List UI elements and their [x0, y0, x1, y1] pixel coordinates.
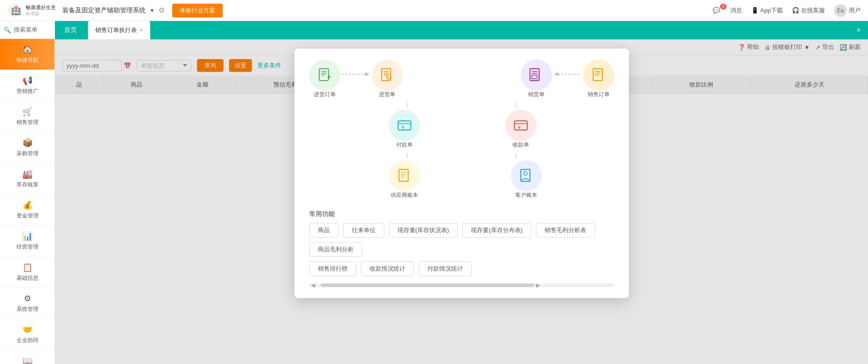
common-btn-stock-status[interactable]: 现存量(库存状况表): [389, 223, 458, 238]
svg-rect-27: [514, 121, 527, 130]
sidebar-item-finance[interactable]: 💰 资金管理: [0, 195, 55, 226]
scrollbar-thumb[interactable]: [321, 283, 534, 287]
online-service-item[interactable]: 🎧 在线客服: [792, 6, 825, 15]
common-btn-goods-profit[interactable]: 商品毛利分析: [309, 242, 362, 257]
svg-rect-24: [398, 121, 411, 130]
message-icon: 💬: [713, 7, 720, 14]
tab-close-btn[interactable]: ×: [140, 27, 143, 33]
top-bar: 🏥 畅康通好生意 标准版 装备及固定资产辅助管理系统 ▼ ⚙ 体验行业方案 💬 …: [0, 0, 868, 21]
sidebar-item-base-info[interactable]: 📋 基础信息: [0, 257, 55, 288]
supplier-account-label: 供应商账本: [391, 191, 418, 199]
common-btn-partner[interactable]: 往来单位: [343, 223, 384, 238]
sidebar-item-label: 库存核算: [16, 181, 38, 189]
settings-btn[interactable]: ⚙: [158, 6, 165, 15]
svg-point-36: [524, 172, 527, 175]
user-label: 用户: [849, 6, 861, 15]
online-service-label: 在线客服: [801, 6, 825, 15]
modal-scrollbar: ◀ ▶: [309, 283, 614, 287]
down-arrow-receipt-icon: ↓: [514, 150, 518, 159]
customer-account-label: 客户账本: [515, 191, 537, 199]
tab-home[interactable]: 首页: [55, 21, 86, 39]
common-btn-receipt-stat[interactable]: 收款情况统计: [361, 261, 414, 276]
modal-overlay[interactable]: 进货订单: [55, 39, 868, 364]
service-icon: 🎧: [792, 7, 799, 14]
down-arrow-sales: ↓: [514, 98, 518, 110]
app-logo-icon: 🏥: [7, 3, 22, 18]
purchase-order-circle: [309, 60, 340, 91]
down-arrow-purchase-icon: ↓: [405, 99, 409, 109]
message-badge: 5: [720, 4, 726, 10]
system-dropdown-btn[interactable]: ▼: [149, 7, 155, 14]
receipt-bill-circle: ¥: [505, 110, 536, 141]
scroll-left-btn[interactable]: ◀: [309, 282, 317, 288]
search-label: 搜索菜单: [14, 26, 38, 34]
sidebar: 🔍 搜索菜单 🏠 快捷导航 📢 营销推广 🛒 销售管理 📦 采购管理 🏭 库存核…: [0, 21, 55, 364]
svg-text:¥: ¥: [387, 76, 390, 80]
flow-row-top-right: 销货单: [521, 60, 614, 98]
sidebar-item-label: 基础信息: [16, 274, 38, 282]
app-download-item[interactable]: 📱 App下载: [751, 6, 783, 15]
newbie-icon: 📖: [22, 356, 33, 364]
sidebar-item-inventory[interactable]: 🏭 库存核算: [0, 163, 55, 195]
common-btn-sales-profit[interactable]: 销售毛利分析表: [536, 223, 595, 238]
sidebar-item-label: 系统管理: [16, 305, 38, 313]
scroll-right-btn[interactable]: ▶: [534, 282, 542, 288]
sales-order-label: 销售订单: [588, 91, 610, 98]
sidebar-item-label: 企业协同: [16, 337, 38, 344]
base-info-icon: 📋: [22, 262, 33, 272]
common-buttons-container: 商品 往来单位 现存量(库存状况表) 现存量(库存分布表) 销售毛利分析表 商品…: [309, 223, 614, 257]
sidebar-item-newbie[interactable]: 📖 新手引导: [0, 350, 55, 364]
sidebar-item-enterprise[interactable]: 🤝 企业协同: [0, 319, 55, 350]
main-layout: 🔍 搜索菜单 🏠 快捷导航 📢 营销推广 🛒 销售管理 📦 采购管理 🏭 库存核…: [0, 21, 868, 364]
sidebar-search[interactable]: 🔍 搜索菜单: [0, 21, 55, 39]
svg-marker-7: [365, 72, 370, 76]
flow-node-supplier-account: 供应商账本: [389, 160, 420, 199]
sidebar-item-quick-nav[interactable]: 🏠 快捷导航: [0, 39, 55, 70]
sidebar-item-sales[interactable]: 🛒 销售管理: [0, 101, 55, 132]
svg-marker-19: [554, 72, 558, 76]
flow-node-payment-bill: ¥ 付款单: [389, 110, 420, 149]
system-name-text: 装备及固定资产辅助管理系统: [62, 6, 146, 15]
system-name-area: 装备及固定资产辅助管理系统 ▼ ⚙ 体验行业方案: [62, 4, 713, 17]
sales-bill-circle: [521, 60, 552, 91]
arrow-purchase-order-to-bill: [342, 71, 370, 77]
flow-section: 进货订单: [309, 60, 614, 199]
sys-mgmt-icon: ⚙: [24, 293, 31, 304]
common-buttons-container-2: 销售排行榜 收款情况统计 付款情况统计: [309, 261, 614, 276]
svg-text:¥: ¥: [401, 125, 404, 130]
page-content: ❓ 帮助 🖨 按模板打印 ▼ ↗ 导出 🔄 刷新: [55, 39, 868, 364]
flow-row-top-left: 进货订单: [309, 60, 403, 98]
sidebar-item-operations[interactable]: 📊 经营管理: [0, 226, 55, 257]
search-icon: 🔍: [4, 27, 11, 33]
sidebar-item-label: 采购管理: [16, 150, 38, 158]
flow-node-customer-account: 客户账本: [511, 160, 542, 199]
common-btn-stock-dist[interactable]: 现存量(库存分布表): [462, 223, 531, 238]
customer-account-circle: [511, 160, 542, 191]
flow-node-purchase-order: 进货订单: [309, 60, 340, 98]
message-label: 消息: [730, 6, 742, 15]
sidebar-item-sys-mgmt[interactable]: ⚙ 系统管理: [0, 288, 55, 319]
sidebar-item-marketing[interactable]: 📢 营销推广: [0, 70, 55, 101]
tab-sales-order[interactable]: 销售订单执行表 ×: [88, 21, 150, 39]
purchase-order-label: 进货订单: [314, 91, 336, 98]
supplier-account-circle: [389, 160, 420, 191]
tab-bar: 首页 销售订单执行表 × ×: [55, 21, 868, 39]
tab-label: 销售订单执行表: [95, 26, 137, 34]
sidebar-item-purchase[interactable]: 📦 采购管理: [0, 132, 55, 163]
user-area[interactable]: Ea 用户: [834, 4, 861, 17]
marketing-icon: 📢: [22, 76, 33, 86]
trial-btn[interactable]: 体验行业方案: [172, 4, 223, 17]
payment-bill-label: 付款单: [396, 141, 413, 149]
logo-area: 🏥 畅康通好生意 标准版: [7, 3, 62, 18]
common-btn-goods[interactable]: 商品: [309, 223, 338, 238]
tab-bar-close-btn[interactable]: ×: [849, 26, 868, 34]
avatar: Ea: [834, 4, 847, 17]
message-item[interactable]: 💬 5 消息: [713, 6, 742, 15]
content-area: 首页 销售订单执行表 × × ❓ 帮助 🖨 按模板打印 ▼: [55, 21, 868, 364]
purchase-bill-circle: ¥: [371, 60, 403, 91]
common-btn-payment-stat[interactable]: 付款情况统计: [419, 261, 472, 276]
flow-node-receipt-bill: ¥ 收款单: [505, 110, 536, 149]
sidebar-item-label: 快捷导航: [16, 56, 38, 64]
operations-icon: 📊: [22, 231, 33, 241]
common-btn-sales-rank[interactable]: 销售排行榜: [309, 261, 356, 276]
